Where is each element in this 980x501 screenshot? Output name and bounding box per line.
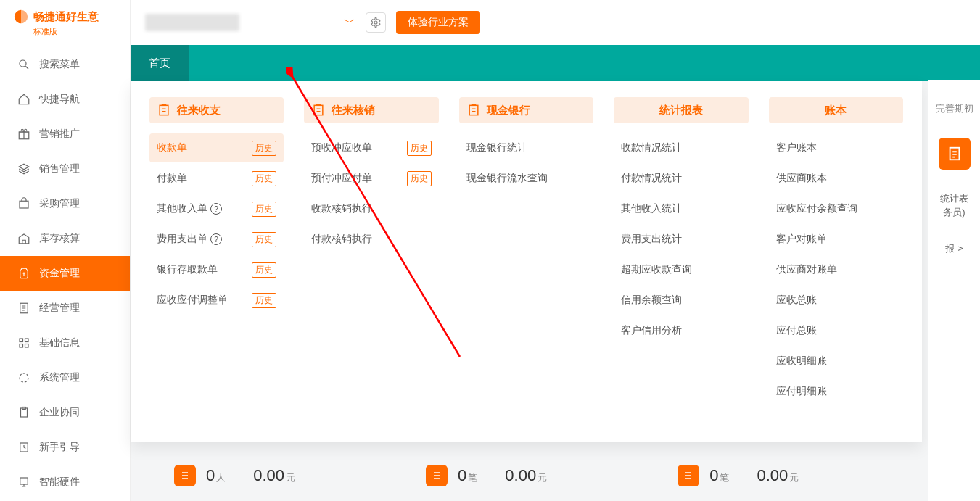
sidebar-item-purchase[interactable]: 采购管理 [0,186,130,221]
svg-rect-7 [25,344,29,348]
mega-menu-item-label: 客户对账单 [776,233,827,246]
settings-button[interactable] [366,12,386,33]
right-rail-perfect[interactable]: 完善期初 [936,102,973,116]
gift-icon [17,128,30,141]
sidebar-item-marketing[interactable]: 营销推广 [0,117,130,152]
mega-menu-item[interactable]: 应收应付调整单历史 [149,286,284,315]
guide-icon [17,441,30,454]
mega-menu: 往来收支收款单历史付款单历史其他收入单?历史费用支出单?历史银行存取款单历史应收… [131,81,922,442]
mega-menu-item-label: 客户账本 [776,141,817,154]
sidebar-item-hardware[interactable]: 智能硬件 [0,465,130,500]
mega-menu-item[interactable]: 银行存取款单历史 [149,255,284,284]
right-rail-stat-sheet[interactable]: 统计表务员) [940,191,968,220]
sidebar-item-label: 销售管理 [39,162,80,175]
mega-menu-item[interactable]: 客户账本 [769,133,903,162]
mega-menu-item-label: 付款情况统计 [621,172,682,185]
history-tag[interactable]: 历史 [252,262,276,278]
sidebar-item-system[interactable]: 系统管理 [0,360,130,395]
org-selector[interactable] [145,12,334,33]
search-icon [17,58,30,71]
sidebar-item-baseinfo[interactable]: 基础信息 [0,326,130,360]
sidebar-item-collab[interactable]: 企业协同 [0,395,130,430]
stat-value: 0.00元 [505,466,547,485]
industry-cta-button[interactable]: 体验行业方案 [396,11,480,34]
history-tag[interactable]: 历史 [407,141,432,156]
dashboard-stat: 0笔0.00元 [678,465,799,486]
mega-menu-item-label: 客户信用分析 [621,324,682,337]
mega-menu-item-label: 超期应收款查询 [621,263,692,276]
mega-menu-item-label: 付款核销执行 [311,233,372,246]
mega-menu-item[interactable]: 付款核销执行 [304,225,438,254]
history-tag[interactable]: 历史 [252,171,276,186]
warehouse-icon [17,232,30,245]
mega-column-header: 往来核销 [304,97,438,123]
mega-menu-item[interactable]: 现金银行流水查询 [459,164,593,193]
mega-menu-item[interactable]: 应收应付余额查询 [769,194,903,223]
sidebar-item-inventory[interactable]: 库存核算 [0,221,130,256]
mega-menu-item[interactable]: 应收总账 [769,286,903,315]
mega-menu-item[interactable]: 收款单历史 [149,133,284,162]
mega-menu-item[interactable]: 收款情况统计 [614,133,748,162]
sidebar-item-operation[interactable]: 经营管理 [0,291,130,326]
sidebar-item-guide[interactable]: 新手引导 [0,430,130,465]
sidebar-item-quicknav[interactable]: 快捷导航 [0,82,130,117]
tab-home[interactable]: 首页 [131,45,189,81]
home-icon [17,93,30,106]
history-tag[interactable]: 历史 [252,141,276,156]
svg-point-13 [374,21,377,24]
mega-menu-item[interactable]: 现金银行统计 [459,133,593,162]
mega-menu-item[interactable]: 其他收入单?历史 [149,194,284,223]
mega-menu-item[interactable]: 预收冲应收单历史 [304,133,438,162]
right-rail-brief[interactable]: 报 > [945,241,963,256]
mega-menu-item-label: 信用余额查询 [621,294,682,307]
mega-menu-item[interactable]: 信用余额查询 [614,286,748,315]
sidebar-item-sales[interactable]: 销售管理 [0,152,130,186]
mega-menu-item-label: 收款单 [157,141,187,154]
mega-menu-item-label: 其他收入统计 [621,202,682,215]
mega-menu-item[interactable]: 超期应收款查询 [614,255,748,284]
sidebar-item-label: 资金管理 [39,267,80,280]
mega-menu-item[interactable]: 费用支出单?历史 [149,225,284,254]
mega-menu-item[interactable]: 费用支出统计 [614,225,748,254]
dashboard-stat: 0笔0.00元 [426,465,547,486]
grid-icon [17,336,30,349]
mega-menu-item[interactable]: 付款单历史 [149,164,284,193]
right-rail-report-icon[interactable] [939,138,971,170]
svg-rect-15 [315,105,324,115]
tabstrip: 首页 [131,45,980,81]
mega-menu-item[interactable]: 客户信用分析 [614,316,748,345]
history-tag[interactable]: 历史 [252,232,276,247]
sidebar-item-search[interactable]: 搜索菜单 [0,47,130,82]
mega-menu-item-label: 付款单 [157,172,187,185]
document-icon [466,103,481,117]
sidebar-item-finance[interactable]: 资金管理 [0,256,130,291]
mega-menu-item[interactable]: 预付冲应付单历史 [304,164,438,193]
mega-column-title: 账本 [825,104,847,117]
mega-menu-item[interactable]: 供应商对账单 [769,255,903,284]
stat-value: 0.00元 [253,466,295,485]
history-tag[interactable]: 历史 [252,293,276,308]
help-icon[interactable]: ? [210,203,222,215]
mega-menu-item[interactable]: 应付明细账 [769,377,903,406]
chevron-down-icon[interactable]: ﹀ [344,15,355,30]
mega-column-header: 往来收支 [149,97,284,123]
dashboard-stat: 0人0.00元 [174,465,295,486]
mega-menu-item[interactable]: 客户对账单 [769,225,903,254]
svg-point-0 [20,60,26,67]
history-tag[interactable]: 历史 [252,202,276,217]
mega-menu-item[interactable]: 收款核销执行 [304,194,438,223]
mega-menu-item[interactable]: 其他收入统计 [614,194,748,223]
sidebar-nav: 搜索菜单 快捷导航 营销推广 销售管理 采购管理 库存核算 资金管理 经营管理 … [0,41,130,500]
mega-menu-item[interactable]: 应收明细账 [769,347,903,376]
history-tag[interactable]: 历史 [407,171,432,186]
mega-menu-item-label: 应收应付调整单 [157,294,228,307]
doc-icon [17,302,30,315]
mega-menu-item-label: 收款核销执行 [311,202,372,215]
mega-menu-item[interactable]: 付款情况统计 [614,164,748,193]
mega-menu-item[interactable]: 应付总账 [769,316,903,345]
mega-menu-item-label: 应收应付余额查询 [776,202,857,215]
device-icon [17,476,30,489]
svg-rect-12 [20,478,28,484]
mega-menu-item[interactable]: 供应商账本 [769,164,903,193]
help-icon[interactable]: ? [210,233,222,245]
